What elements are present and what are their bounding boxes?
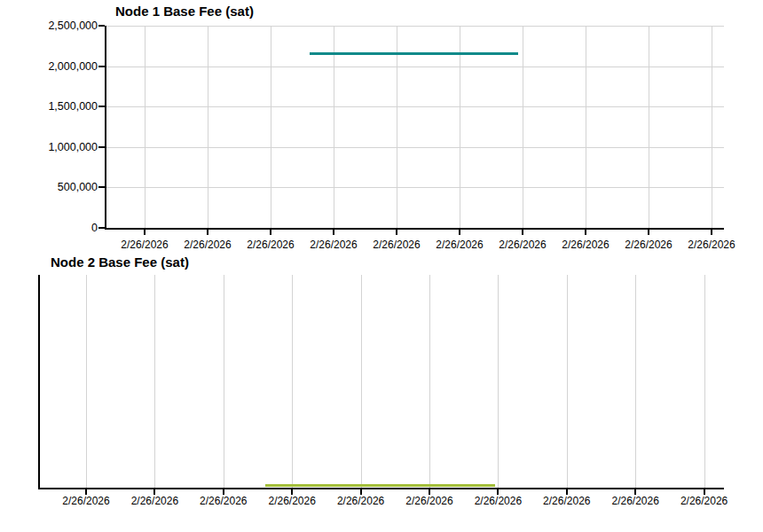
x-tick-label: 2/26/2026 bbox=[460, 495, 535, 507]
x-tick-mark bbox=[291, 489, 293, 495]
x-tick-label: 2/26/2026 bbox=[674, 239, 749, 251]
x-tick-mark bbox=[459, 229, 460, 235]
gridline-vertical bbox=[460, 26, 460, 228]
gridline-vertical bbox=[523, 26, 523, 228]
y-tick-label: 2,000,000 bbox=[18, 59, 98, 74]
y-tick-mark bbox=[98, 227, 105, 229]
gridline-vertical bbox=[586, 26, 586, 228]
x-tick-label: 2/26/2026 bbox=[598, 495, 673, 507]
gridline-horizontal bbox=[105, 187, 724, 188]
gridline-horizontal bbox=[105, 26, 724, 27]
y-tick-label: 1,000,000 bbox=[18, 140, 98, 154]
gridline-vertical bbox=[712, 26, 712, 228]
x-tick-mark bbox=[207, 229, 208, 235]
series-line-node2 bbox=[265, 484, 495, 487]
gridline-vertical bbox=[154, 275, 155, 488]
gridline-vertical bbox=[292, 275, 293, 488]
y-tick-mark bbox=[98, 146, 105, 148]
x-tick-mark bbox=[566, 489, 568, 495]
y-tick-label: 2,500,000 bbox=[18, 19, 98, 33]
charts-canvas: Node 1 Base Fee (sat) 2/26/20262/26/2026… bbox=[0, 0, 763, 532]
node2-plot-area: 2/26/20262/26/20262/26/20262/26/20262/26… bbox=[38, 275, 724, 488]
gridline-vertical bbox=[145, 26, 146, 228]
gridline-vertical bbox=[498, 275, 499, 488]
x-tick-mark bbox=[270, 229, 271, 235]
x-tick-label: 2/26/2026 bbox=[117, 495, 192, 507]
x-tick-mark bbox=[704, 489, 705, 495]
x-tick-mark bbox=[585, 229, 586, 235]
gridline-horizontal bbox=[105, 106, 724, 107]
x-tick-mark bbox=[223, 489, 224, 495]
gridline-vertical bbox=[429, 275, 430, 488]
y-tick-mark bbox=[98, 106, 105, 107]
series-line-node1 bbox=[310, 52, 518, 55]
gridline-vertical bbox=[567, 275, 568, 488]
x-tick-label: 2/26/2026 bbox=[255, 495, 329, 507]
x-tick-mark bbox=[85, 489, 87, 495]
x-tick-mark bbox=[429, 489, 430, 495]
x-tick-label: 2/26/2026 bbox=[667, 495, 742, 507]
x-tick-mark bbox=[634, 489, 636, 495]
gridline-vertical bbox=[224, 275, 224, 488]
gridline-vertical bbox=[271, 26, 271, 228]
y-tick-label: 1,500,000 bbox=[18, 99, 98, 113]
node2-chart-title: Node 2 Base Fee (sat) bbox=[51, 254, 189, 270]
gridline-vertical bbox=[635, 275, 636, 488]
x-tick-mark bbox=[711, 229, 712, 235]
node1-plot-area: 2/26/20262/26/20262/26/20262/26/20262/26… bbox=[105, 26, 724, 228]
x-axis-line bbox=[38, 488, 724, 489]
x-tick-mark bbox=[648, 229, 649, 235]
y-axis-line bbox=[105, 26, 106, 230]
x-tick-mark bbox=[360, 489, 362, 495]
x-tick-mark bbox=[144, 229, 146, 235]
gridline-vertical bbox=[86, 275, 87, 488]
y-tick-label: 0 bbox=[18, 221, 98, 235]
x-tick-mark bbox=[333, 229, 334, 235]
gridline-vertical bbox=[397, 26, 397, 228]
x-tick-mark bbox=[497, 489, 499, 495]
x-tick-mark bbox=[396, 229, 397, 235]
y-tick-mark bbox=[98, 66, 105, 67]
gridline-vertical bbox=[649, 26, 649, 228]
gridline-vertical bbox=[334, 26, 334, 228]
y-axis-line bbox=[38, 275, 40, 489]
gridline-horizontal bbox=[105, 66, 724, 67]
gridline-vertical bbox=[704, 275, 705, 488]
x-tick-mark bbox=[522, 229, 523, 235]
y-tick-mark bbox=[98, 186, 105, 188]
y-tick-mark bbox=[98, 25, 105, 27]
gridline-horizontal bbox=[105, 147, 724, 148]
x-tick-label: 2/26/2026 bbox=[324, 495, 398, 507]
node1-chart-title: Node 1 Base Fee (sat) bbox=[115, 4, 254, 19]
gridline-vertical bbox=[361, 275, 362, 488]
x-tick-label: 2/26/2026 bbox=[49, 495, 123, 507]
x-tick-mark bbox=[153, 489, 155, 495]
x-axis-line bbox=[105, 228, 724, 230]
y-tick-label: 500,000 bbox=[18, 180, 98, 194]
gridline-vertical bbox=[208, 26, 208, 228]
x-tick-label: 2/26/2026 bbox=[530, 495, 604, 507]
x-tick-label: 2/26/2026 bbox=[392, 495, 467, 507]
x-tick-label: 2/26/2026 bbox=[186, 495, 261, 507]
